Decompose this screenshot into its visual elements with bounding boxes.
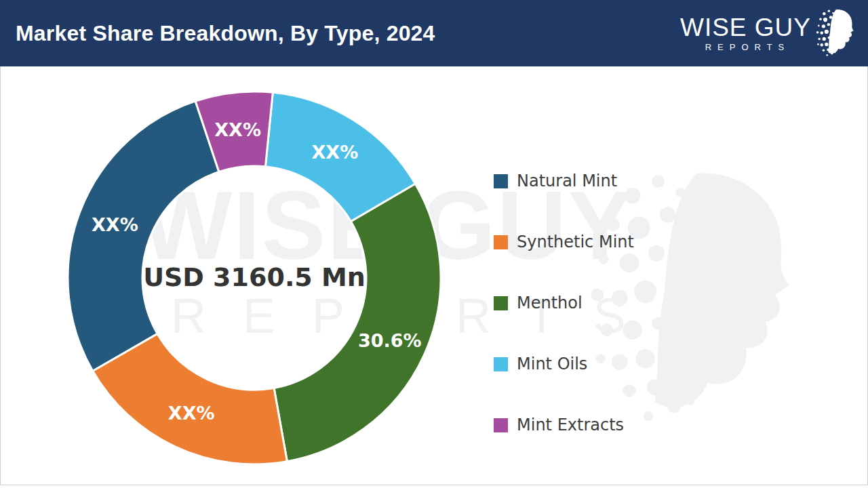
legend-swatch-mint-oils [494,357,508,371]
slice-label-mint-oils: XX% [312,142,359,163]
legend-label: Mint Oils [517,354,587,373]
brand-head-icon [815,7,857,60]
legend-swatch-mint-extracts [494,418,508,432]
slice-label-mint-extracts: XX% [214,119,261,140]
slice-label-menthol: 30.6% [358,330,422,351]
page-title: Market Share Breakdown, By Type, 2024 [0,21,435,46]
pie-slice-natural-mint [68,101,219,371]
legend-item-synthetic-mint: Synthetic Mint [494,211,634,272]
legend-label: Natural Mint [517,171,617,190]
chart-center-value: USD 3160.5 Mn [102,262,407,292]
legend-item-mint-oils: Mint Oils [494,333,634,394]
brand-subtitle: REPORTS [680,42,811,52]
brand-name: WISE GUY [680,14,811,42]
donut-chart: XX%30.6%XX%XX%XX% [0,0,868,488]
legend-label: Menthol [517,293,583,312]
legend-swatch-natural-mint [494,174,508,188]
pie-slice-menthol [274,184,441,461]
brand-logo: WISE GUY REPORTS [680,4,857,62]
legend-swatch-menthol [494,296,508,310]
legend-swatch-synthetic-mint [494,235,508,249]
header-bar: Market Share Breakdown, By Type, 2024 WI… [0,0,868,66]
slice-label-natural-mint: XX% [92,214,138,235]
legend-item-menthol: Menthol [494,272,634,333]
legend-item-natural-mint: Natural Mint [494,150,634,211]
chart-legend: Natural Mint Synthetic Mint Menthol Mint… [494,150,634,455]
legend-label: Mint Extracts [517,415,624,434]
legend-label: Synthetic Mint [517,232,634,251]
legend-item-mint-extracts: Mint Extracts [494,394,634,455]
slice-label-synthetic-mint: XX% [168,403,215,424]
